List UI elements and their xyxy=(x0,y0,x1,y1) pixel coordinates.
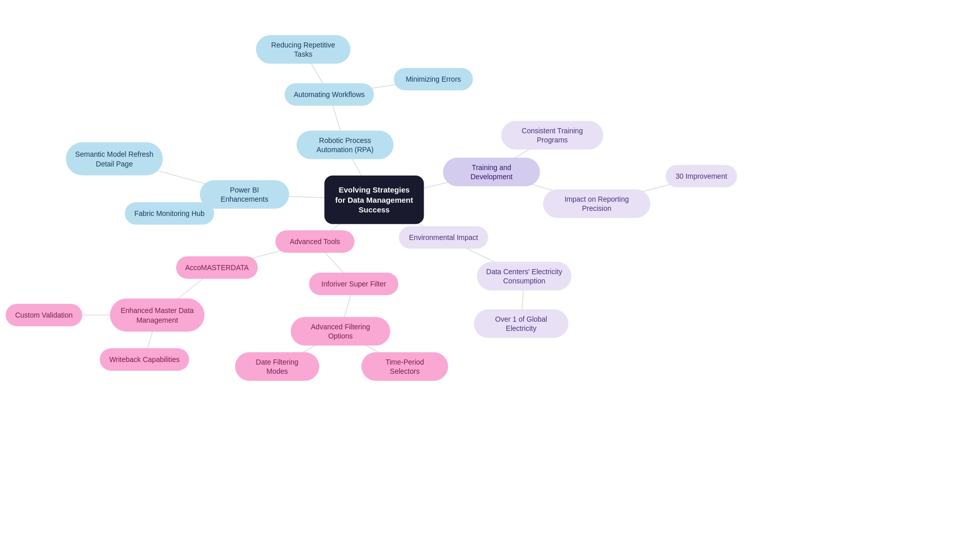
node-improvement[interactable]: 30 Improvement xyxy=(666,165,737,187)
node-advfilter[interactable]: Advanced Filtering Options xyxy=(291,317,390,346)
node-consistent[interactable]: Consistent Training Programs xyxy=(501,121,603,150)
node-advanced[interactable]: Advanced Tools xyxy=(276,230,355,253)
node-over1[interactable]: Over 1 of Global Electricity xyxy=(474,309,569,338)
node-center[interactable]: Evolving Strategies for Data Management … xyxy=(325,176,424,224)
node-training[interactable]: Training and Development xyxy=(443,158,540,186)
node-fabric[interactable]: Fabric Monitoring Hub xyxy=(125,202,214,225)
node-reducing[interactable]: Reducing Repetitive Tasks xyxy=(256,35,351,64)
node-semantic[interactable]: Semantic Model Refresh Detail Page xyxy=(66,142,163,176)
node-environmental[interactable]: Environmental Impact xyxy=(399,226,488,249)
node-powerbi[interactable]: Power BI Enhancements xyxy=(200,180,289,209)
node-enhanced[interactable]: Enhanced Master Data Management xyxy=(110,299,205,332)
node-custom[interactable]: Custom Validation xyxy=(6,304,82,326)
node-datefilter[interactable]: Date Filtering Modes xyxy=(235,352,320,381)
node-automating[interactable]: Automating Workflows xyxy=(285,83,374,106)
node-datacenters[interactable]: Data Centers' Electricity Consumption xyxy=(477,262,572,291)
mindmap-container: Evolving Strategies for Data Management … xyxy=(0,0,980,553)
node-minimizing[interactable]: Minimizing Errors xyxy=(394,68,473,90)
node-inforiver[interactable]: Inforiver Super Filter xyxy=(309,273,399,295)
node-rpa[interactable]: Robotic Process Automation (RPA) xyxy=(297,131,394,159)
node-accomaster[interactable]: AccoMASTERDATA xyxy=(176,256,258,279)
node-timeperiod[interactable]: Time-Period Selectors xyxy=(361,352,448,381)
node-impact[interactable]: Impact on Reporting Precision xyxy=(543,189,650,218)
node-writeback[interactable]: Writeback Capabilities xyxy=(100,348,189,371)
